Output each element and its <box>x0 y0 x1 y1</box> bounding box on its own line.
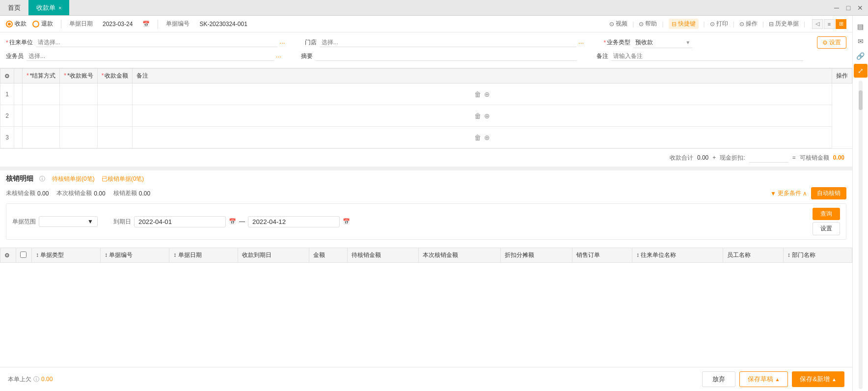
salesman-field: 业务员 ··· <box>6 52 281 61</box>
sidebar-table-icon[interactable]: ▤ <box>854 20 868 33</box>
tab-active[interactable]: 收款单 × <box>28 0 69 15</box>
shortcut-btn[interactable]: ⊟ 快捷键 <box>669 19 699 29</box>
biz-settings-btn[interactable]: ⚙ 设置 <box>817 36 846 49</box>
video-label: 视频 <box>616 20 627 28</box>
discard-btn[interactable]: 放弃 <box>702 371 735 387</box>
row-3-amount[interactable] <box>60 127 97 148</box>
filter-row: 单据范围 ▼ 到期日 📅 — 📅 <box>6 203 846 240</box>
discount-input[interactable] <box>749 153 788 163</box>
summary-field: 摘要 <box>301 52 576 61</box>
date-range: 📅 — 📅 <box>134 216 350 227</box>
row-3-remark[interactable] <box>97 127 133 148</box>
print-label: 打印 <box>716 20 728 28</box>
sidebar-mail-icon[interactable]: ✉ <box>854 34 868 48</box>
sidebar-link-icon[interactable]: 🔗 <box>854 49 868 63</box>
date-calendar-end-icon[interactable]: 📅 <box>343 218 350 225</box>
more-conditions-btn[interactable]: ▼ 更多条件 ∧ <box>770 189 807 197</box>
tab-close-btn[interactable]: × <box>58 5 61 11</box>
range-select[interactable]: ▼ <box>39 216 98 227</box>
row-2-amount[interactable] <box>60 105 97 127</box>
th-setting[interactable]: ⚙ <box>0 69 14 84</box>
pending-tab[interactable]: 待核销单据(0笔) <box>51 175 95 183</box>
select-all-checkbox[interactable] <box>20 251 27 258</box>
radio-refund[interactable]: 退款 <box>32 20 53 28</box>
row-3-settlement[interactable] <box>14 127 23 148</box>
radio-receipt-label: 收款 <box>15 20 27 28</box>
video-icon: ⊙ <box>609 21 614 28</box>
help-icon: ⊙ <box>639 21 644 28</box>
row-1-account[interactable] <box>23 84 60 105</box>
due-date-start[interactable] <box>134 216 226 227</box>
bth-setting[interactable]: ⚙ <box>0 248 16 263</box>
equals-sign: = <box>792 154 796 161</box>
content-wrap: 收款 退款 单据日期 2023-03-24 📅 单据编号 SK-20230324… <box>0 16 852 391</box>
row-3-account[interactable] <box>23 127 60 148</box>
diff-value: 0.00 <box>139 190 150 197</box>
row-1-amount[interactable] <box>60 84 97 105</box>
counterparty-input[interactable] <box>36 38 277 47</box>
history-icon: ⊟ <box>769 21 774 28</box>
store-more-btn[interactable]: ··· <box>578 39 584 47</box>
biz-type-select[interactable]: 预收款 ▼ <box>633 37 692 48</box>
sidebar-expand-icon[interactable]: ⤢ <box>854 64 868 78</box>
counterparty-more-btn[interactable]: ··· <box>279 39 285 47</box>
tab-home[interactable]: 首页 <box>0 0 28 15</box>
voucher-date: 2023-03-24 <box>103 21 133 28</box>
row-num-2: 2 <box>0 105 14 127</box>
date-calendar-icon[interactable]: 📅 <box>142 21 150 28</box>
row-num-3: 3 <box>0 127 14 148</box>
row-2-settlement[interactable] <box>14 105 23 127</box>
history-btn[interactable]: ⊟ 历史单据 <box>769 20 799 28</box>
sidebar-scrollbar[interactable] <box>859 81 863 389</box>
row-1-remark[interactable] <box>97 84 133 105</box>
row-1-actions: 🗑 ⊕ <box>136 90 828 98</box>
close-btn[interactable]: ✕ <box>856 4 864 12</box>
verify-amount-label: 可核销金额 <box>800 154 829 162</box>
print-btn[interactable]: ⊙ 打印 <box>710 20 728 28</box>
operation-btn[interactable]: ⊙ 操作 <box>739 20 758 28</box>
row-2-copy-btn[interactable]: ⊕ <box>484 112 490 120</box>
save-new-btn[interactable]: 保存&新增 ▲ <box>792 371 844 387</box>
verify-right: ▼ 更多条件 ∧ 自动核销 <box>770 187 846 199</box>
footer-stat-label: 本单上欠 <box>8 375 31 384</box>
row-3-copy-btn[interactable]: ⊕ <box>484 134 490 141</box>
footer-bar: 本单上欠 ⓘ 0.00 放弃 保存草稿 ▲ 保存&新增 ▲ <box>0 367 852 391</box>
save-draft-btn[interactable]: 保存草稿 ▲ <box>739 371 788 387</box>
row-2-delete-btn[interactable]: 🗑 <box>474 112 481 120</box>
store-input[interactable] <box>320 38 576 47</box>
current-value: 0.00 <box>94 190 105 197</box>
th-account: **收款账号 <box>60 69 97 84</box>
auto-verify-btn[interactable]: 自动核销 <box>811 187 846 199</box>
salesman-input[interactable] <box>27 52 274 61</box>
layout-list-btn[interactable]: ◁ <box>812 19 823 29</box>
row-3-delete-btn[interactable]: 🗑 <box>474 134 481 141</box>
bth-checkbox[interactable] <box>16 248 32 263</box>
done-tab[interactable]: 已核销单据(0笔) <box>101 175 144 183</box>
summary-input[interactable] <box>316 52 576 61</box>
verify-info-icon[interactable]: ⓘ <box>39 175 45 183</box>
row-1-copy-btn[interactable]: ⊕ <box>484 90 490 98</box>
bottom-table-area[interactable]: ⚙ ↕ 单据类型 ↕ 单据编号 ↕ 单据日期 收款到期日 金额 待核销金额 本次… <box>0 248 852 367</box>
date-calendar-start-icon[interactable]: 📅 <box>229 218 236 225</box>
layout-grid-btn[interactable]: ≡ <box>824 19 835 29</box>
verify-amount-value: 0.00 <box>833 154 844 161</box>
row-1-delete-btn[interactable]: 🗑 <box>474 90 481 98</box>
due-date-end[interactable] <box>248 216 340 227</box>
footer-stat-info-icon[interactable]: ⓘ <box>33 375 39 384</box>
table-row: 2 🗑 ⊕ <box>0 105 852 127</box>
layout-detail-btn[interactable]: ⊞ <box>836 19 846 29</box>
remark-input[interactable] <box>611 52 803 61</box>
gear-icon: ⚙ <box>822 39 828 46</box>
row-2-remark[interactable] <box>97 105 133 127</box>
row-num-1: 1 <box>0 84 14 105</box>
row-2-account[interactable] <box>23 105 60 127</box>
maximize-btn[interactable]: □ <box>844 4 852 12</box>
row-1-settlement[interactable] <box>14 84 23 105</box>
minimize-btn[interactable]: ─ <box>833 4 841 12</box>
help-btn[interactable]: ⊙ 帮助 <box>639 20 657 28</box>
radio-receipt[interactable]: 收款 <box>6 20 27 28</box>
salesman-more-btn[interactable]: ··· <box>276 53 282 60</box>
verify-settings-btn[interactable]: 设置 <box>813 222 840 235</box>
query-btn[interactable]: 查询 <box>813 208 840 220</box>
video-btn[interactable]: ⊙ 视频 <box>609 20 627 28</box>
